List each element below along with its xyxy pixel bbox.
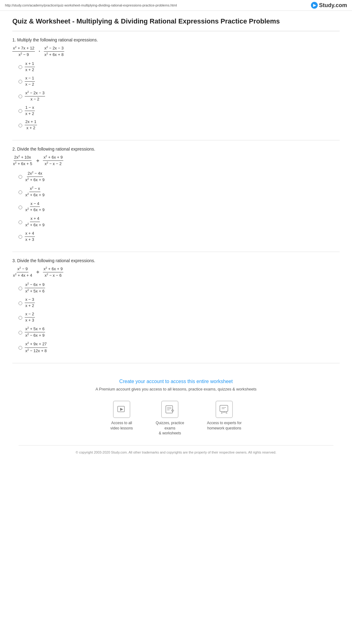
q3-op: ÷ (36, 269, 39, 275)
quiz-icon (161, 401, 178, 418)
copyright: © copyright 2003-2020 Study.com. All oth… (19, 445, 333, 455)
q3-choice-2[interactable]: x − 3 x + 2 (19, 297, 340, 309)
logo[interactable]: ▶ Study.com (311, 2, 347, 9)
q3-choice-5[interactable]: x2 + 9x + 27 x2 − 12x + 8 (19, 341, 340, 353)
q2-choice-3[interactable]: x − 4 x2 + 6x + 9 (19, 201, 340, 213)
svg-rect-6 (220, 405, 228, 412)
cta-subtitle: A Premium account gives you access to al… (19, 387, 333, 391)
radio-icon[interactable] (19, 331, 22, 335)
radio-icon[interactable] (19, 109, 22, 113)
q1-label: 1. Multiply the following rational expre… (12, 37, 340, 42)
q1-choice-4[interactable]: 1 − x x + 2 (19, 105, 340, 117)
q2-frac2: x2 + 6x + 9 x2 − x − 2 (43, 155, 63, 167)
feature-experts: Access to experts forhomework questions (207, 401, 241, 436)
q2-choice-2[interactable]: x2 − x x2 + 6x + 9 (19, 186, 340, 198)
q2-label: 2. Divide the following rational express… (12, 147, 340, 151)
q1-problem: x2 + 7x + 12 x2 − 9 · x2 − 2x − 3 x2 + 6… (12, 45, 340, 58)
q1-frac1: x2 + 7x + 12 x2 − 9 (12, 45, 35, 58)
radio-icon[interactable] (19, 220, 22, 224)
q2-choice-5[interactable]: x + 4 x + 3 (19, 231, 340, 242)
cta-title[interactable]: Create your account to access this entir… (19, 379, 333, 384)
logo-text: Study.com (319, 2, 347, 9)
q1-choice-3[interactable]: x2 − 2x − 3 x − 2 (19, 90, 340, 102)
radio-icon[interactable] (19, 175, 22, 179)
logo-icon: ▶ (311, 2, 318, 9)
q3-choices: x2 − 6x + 9 x2 + 5x + 6 x − 3 x + 2 x − … (19, 282, 340, 354)
feature-quizzes: Quizzes, practice exams& worksheets (151, 401, 188, 436)
experts-icon (216, 401, 233, 418)
q3-choice-3[interactable]: x − 2 x + 3 (19, 312, 340, 323)
q1-choice-1[interactable]: x + 1 x + 2 (19, 61, 340, 73)
radio-icon[interactable] (19, 301, 22, 305)
question-3: 3. Divide the following rational express… (12, 258, 340, 354)
q1-choices: x + 1 x + 2 x − 1 x − 2 x2 − 2x − 3 x − … (19, 61, 340, 131)
radio-icon[interactable] (19, 80, 22, 83)
q2-op: ÷ (36, 158, 39, 164)
q3-choice-1[interactable]: x2 − 6x + 9 x2 + 5x + 6 (19, 282, 340, 294)
q3-frac1: x2 − 9 x2 + 4x + 4 (12, 266, 33, 278)
q3-frac2: x2 + 6x + 9 x2 − x − 6 (43, 266, 63, 278)
radio-icon[interactable] (19, 287, 22, 290)
question-1: 1. Multiply the following rational expre… (12, 37, 340, 131)
video-icon (113, 401, 130, 418)
main-content: Quiz & Worksheet - Multiplying & Dividin… (0, 11, 352, 474)
radio-icon[interactable] (19, 316, 22, 320)
q1-op: · (39, 49, 40, 54)
radio-icon[interactable] (19, 95, 22, 98)
q2-frac1: 2x2 + 10x x2 + 6x + 5 (12, 155, 33, 167)
radio-icon[interactable] (19, 346, 22, 350)
feature-experts-label: Access to experts forhomework questions (207, 420, 241, 431)
q3-label: 3. Divide the following rational express… (12, 258, 340, 263)
url-bar: http://study.com/academy/practice/quiz-w… (5, 3, 177, 7)
q2-problem: 2x2 + 10x x2 + 6x + 5 ÷ x2 + 6x + 9 x2 −… (12, 155, 340, 167)
radio-icon[interactable] (19, 206, 22, 209)
q3-problem: x2 − 9 x2 + 4x + 4 ÷ x2 + 6x + 9 x2 − x … (12, 266, 340, 278)
cta-section: Create your account to access this entir… (12, 369, 340, 461)
feature-quizzes-label: Quizzes, practice exams& worksheets (151, 420, 188, 436)
q1-choice-5[interactable]: 2x + 1 x + 2 (19, 119, 340, 131)
svg-rect-2 (166, 406, 173, 413)
q2-choice-1[interactable]: 2x2 − 4x x2 + 6x + 9 (19, 171, 340, 183)
question-2: 2. Divide the following rational express… (12, 147, 340, 242)
features-list: Access to allvideo lessons Quizzes, prac… (19, 401, 333, 436)
radio-icon[interactable] (19, 235, 22, 239)
page-title: Quiz & Worksheet - Multiplying & Dividin… (12, 17, 340, 31)
radio-icon[interactable] (19, 190, 22, 194)
q2-choices: 2x2 − 4x x2 + 6x + 9 x2 − x x2 + 6x + 9 … (19, 171, 340, 242)
radio-icon[interactable] (19, 124, 22, 127)
feature-video-label: Access to allvideo lessons (111, 420, 133, 431)
q2-choice-4[interactable]: x + 4 x2 + 6x + 9 (19, 216, 340, 228)
top-bar: http://study.com/academy/practice/quiz-w… (0, 0, 352, 11)
feature-video: Access to allvideo lessons (111, 401, 133, 436)
q3-choice-4[interactable]: x2 + 5x + 6 x2 − 6x + 9 (19, 326, 340, 338)
q1-choice-2[interactable]: x − 1 x − 2 (19, 76, 340, 87)
radio-icon[interactable] (19, 65, 22, 69)
q1-frac2: x2 − 2x − 3 x2 + 6x + 8 (44, 45, 64, 58)
svg-marker-1 (120, 408, 123, 411)
